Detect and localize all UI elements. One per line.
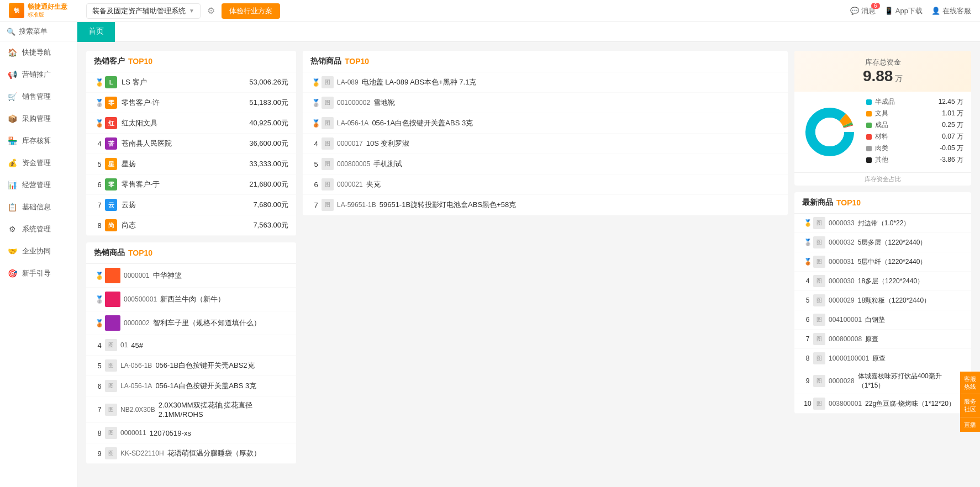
product-name: 原查 [872, 354, 963, 363]
sidebar-item-label: 快捷导航 [22, 47, 51, 57]
product-code: 000800005 [337, 160, 370, 168]
sidebar-item-marketing[interactable]: 📢 营销推广 [0, 63, 77, 86]
latest-product-row: 🥈 图 0000032 5层多层（1220*2440） [794, 233, 971, 252]
svg-point-4 [815, 118, 844, 146]
product-name: 056-1A白色按键开关盖ABS 3克 [155, 381, 288, 391]
sidebar-item-label: 系统管理 [22, 224, 51, 234]
online-service-label: 在线客服 [942, 6, 971, 16]
customer-row: 🥉 红 红太阳文具 40,925.00元 [86, 113, 296, 134]
latest-product-row: 4 图 0000030 18多层（1220*2440） [794, 272, 971, 291]
sales-icon: 🛒 [7, 91, 18, 102]
sidebar-item-quick-nav[interactable]: 🏠 快捷导航 [0, 41, 77, 63]
hot-product-row: 6 图 LA-056-1A 056-1A白色按键开关盖ABS 3克 [86, 376, 296, 396]
product-code: 0000011 [120, 429, 146, 437]
rank-medal: 4 [802, 277, 813, 285]
latest-product-row: 8 图 10000100001 原查 [794, 349, 971, 368]
online-service-item[interactable]: 👤 在线客服 [931, 6, 971, 16]
customer-name: 尚态 [122, 220, 253, 230]
customer-name: 云扬 [122, 200, 253, 210]
sidebar-item-operations[interactable]: 📊 经营管理 [0, 174, 77, 196]
product-code: 000500001 [124, 295, 157, 303]
system-selector[interactable]: 装备及固定资产辅助管理系统 ▼ [86, 3, 201, 19]
header-middle: 装备及固定资产辅助管理系统 ▼ ⚙ 体验行业方案 [86, 3, 850, 19]
logo-icon: 畅 [9, 3, 24, 18]
legend-value: 12.45 万 [939, 97, 963, 107]
sidebar-item-label: 基础信息 [22, 202, 51, 212]
rank-medal: 5 [94, 160, 105, 168]
sidebar-item-label: 营销推广 [22, 70, 51, 80]
legend-dot [866, 146, 872, 151]
customer-avatar: L [105, 76, 117, 88]
legend-item: 其他 -3.86 万 [866, 155, 963, 165]
collab-icon: 🤝 [7, 246, 18, 257]
product-avatar: 图 [813, 275, 825, 287]
float-btn-live[interactable]: 直播 [960, 417, 980, 432]
customer-amount: 7,563.00元 [253, 220, 288, 230]
sidebar-item-inventory[interactable]: 🏪 库存核算 [0, 130, 77, 152]
customer-row: 🥇 L LS 客户 53,006.26元 [86, 72, 296, 93]
sidebar-item-purchase[interactable]: 📦 采购管理 [0, 108, 77, 130]
product-code: LA-056-1A [337, 119, 368, 127]
marketing-icon: 📢 [7, 69, 18, 80]
product-code: 0000021 [337, 181, 363, 188]
inventory-card: 库存总资金 9.88 万 [794, 51, 971, 186]
product-avatar: 图 [322, 117, 334, 129]
rank-medal: 7 [94, 405, 105, 414]
app-download-item[interactable]: 📱 App下载 [884, 6, 923, 16]
content-area: 首页 热销客户 TOP10 🥇 L LS 客户 53,006.26元 🥈 [77, 22, 980, 487]
top-header: 畅 畅捷通好生意 标准版 装备及固定资产辅助管理系统 ▼ ⚙ 体验行业方案 💬 … [0, 0, 980, 22]
float-btn-community[interactable]: 服务社区 [960, 394, 980, 417]
customer-row: 🥈 零 零售客户-许 51,183.00元 [86, 93, 296, 113]
latest-product-row: 🥉 图 0000031 5层中纤（1220*2440） [794, 252, 971, 272]
product-code: 0000028 [829, 377, 855, 385]
float-btn-service[interactable]: 客服热线 [960, 372, 980, 395]
search-label: 搜索菜单 [19, 27, 48, 36]
product-name: 原查 [865, 335, 963, 344]
tab-home[interactable]: 首页 [77, 22, 115, 42]
customer-name: 零售客户-许 [122, 98, 249, 108]
sidebar-item-label: 资金管理 [22, 158, 51, 168]
product-code: 01 [120, 341, 128, 349]
product-name: 封边带（1.0*22） [858, 219, 963, 228]
hot-product-mid-row: 7 图 LA-59651-1B 59651-1B旋转投影灯电池盒ABS黑色+58… [303, 195, 788, 215]
trial-button[interactable]: 体验行业方案 [222, 3, 280, 19]
gear-icon[interactable]: ⚙ [207, 6, 215, 16]
legend-item: 肉类 -0.05 万 [866, 144, 963, 153]
hot-products-mid-body: 🥇 图 LA-089 电池盖 LA-089 ABS本色+黑种 7.1克 🥈 图 … [303, 72, 788, 215]
product-name: 体城嘉枝味苏打饮品400毫升（1*15） [858, 372, 963, 390]
sidebar-item-basics[interactable]: 📋 基础信息 [0, 196, 77, 218]
hot-product-row: 🥉 0000002 智利车子里（规格不知道填什么） [86, 311, 296, 335]
product-code: 0000030 [829, 277, 855, 285]
sidebar-item-finance[interactable]: 💰 资金管理 [0, 152, 77, 174]
operations-icon: 📊 [7, 179, 18, 190]
customer-row: 8 尚 尚态 7,563.00元 [86, 215, 296, 236]
product-name: 中华神篮 [153, 271, 288, 280]
sidebar-item-system[interactable]: ⚙ 系统管理 [0, 218, 77, 240]
hot-products-title: 热销商品 TOP10 [94, 248, 152, 258]
rank-medal: 8 [802, 354, 813, 362]
hot-product-mid-row: 6 图 0000021 夹克 [303, 174, 788, 195]
sidebar-item-label: 库存核算 [22, 136, 51, 146]
phone-icon: 📱 [884, 7, 893, 15]
product-code: 10000100001 [829, 354, 869, 362]
sidebar-item-collab[interactable]: 🤝 企业协同 [0, 240, 77, 262]
rank-medal: 10 [802, 400, 813, 407]
product-name: 新西兰牛肉（新牛） [160, 294, 288, 304]
inventory-icon: 🏪 [7, 135, 18, 146]
rank-medal: 🥉 [310, 119, 322, 128]
sidebar-item-sales[interactable]: 🛒 销售管理 [0, 86, 77, 108]
customer-name: 红太阳文具 [122, 118, 249, 128]
inventory-value: 9.88 [863, 67, 893, 84]
hot-product-mid-row: 🥉 图 LA-056-1A 056-1A白色按键开关盖ABS 3克 [303, 113, 788, 134]
latest-product-row: 7 图 000800008 原查 [794, 330, 971, 349]
customer-avatar: 星 [105, 158, 117, 170]
message-item[interactable]: 💬 消息 6 [850, 6, 876, 16]
legend-item: 材料 0.07 万 [866, 132, 963, 141]
inventory-unit: 万 [895, 74, 903, 83]
logo-sub: 标准版 [28, 11, 67, 19]
sidebar-item-guide[interactable]: 🎯 新手引导 [0, 262, 77, 284]
product-code: LA-056-1B [120, 362, 152, 369]
legend-item: 成品 0.25 万 [866, 120, 963, 130]
sidebar-search[interactable]: 🔍 搜索菜单 [0, 22, 77, 41]
product-code: 0000029 [829, 297, 855, 304]
